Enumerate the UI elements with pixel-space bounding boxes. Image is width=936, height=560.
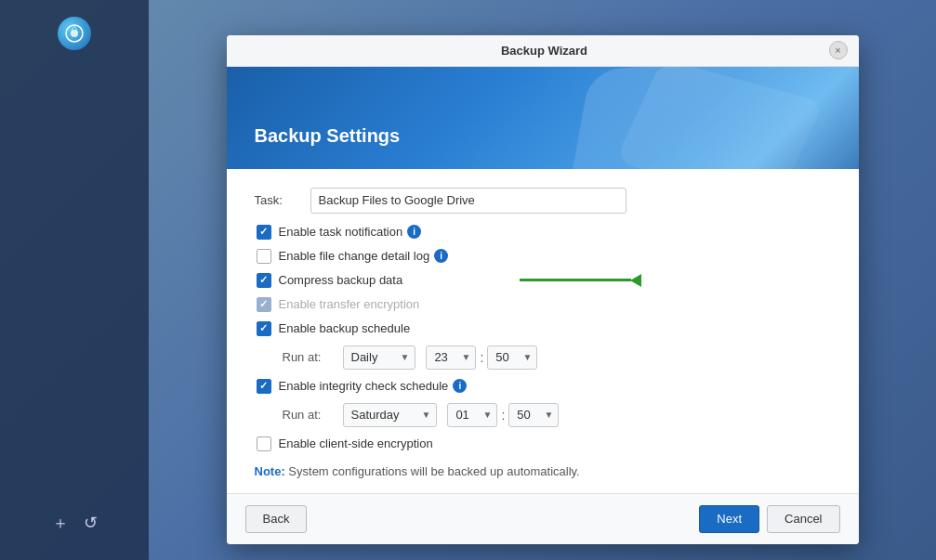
integrity-check-row: Enable integrity check schedule i <box>255 379 831 394</box>
backup-frequency-wrapper: Daily Weekly Monthly ▼ <box>343 345 415 370</box>
app-icon[interactable] <box>58 17 91 50</box>
client-encryption-row: Enable client-side encryption <box>255 436 831 451</box>
integrity-day-select[interactable]: Saturday Sunday Monday Tuesday Wednesday… <box>343 403 437 427</box>
integrity-minute-select[interactable]: 50 00 15 30 45 <box>508 403 559 427</box>
integrity-run-at-label: Run at: <box>283 408 343 422</box>
arrow-head <box>630 274 641 287</box>
integrity-minute-wrapper: 50 00 15 30 45 ▼ <box>508 403 559 427</box>
compress-backup-checkbox[interactable] <box>257 273 271 288</box>
file-change-log-row: Enable file change detail log i <box>255 249 831 264</box>
task-notification-info-icon[interactable]: i <box>407 225 421 239</box>
transfer-encryption-checkbox <box>257 297 271 312</box>
dialog-title: Backup Wizard <box>260 44 829 58</box>
backup-schedule-time-row: Run at: Daily Weekly Monthly ▼ 23 <box>255 345 831 370</box>
integrity-schedule-time-row: Run at: Saturday Sunday Monday Tuesday W… <box>255 403 831 427</box>
backup-hour-select[interactable]: 23 00 01 <box>426 345 476 370</box>
compress-backup-label: Compress backup data <box>279 273 403 287</box>
backup-minute-select[interactable]: 50 00 15 30 45 <box>487 345 537 370</box>
task-label: Task: <box>255 193 310 207</box>
dialog: Backup Wizard × Backup Settings Task: En… <box>227 35 859 544</box>
taskbar: ＋ ↺ <box>0 0 149 560</box>
backup-minute-wrapper: 50 00 15 30 45 ▼ <box>487 345 537 370</box>
history-button[interactable]: ↺ <box>84 513 98 533</box>
integrity-hour-wrapper: 01 00 02 ▼ <box>447 403 497 427</box>
dialog-titlebar: Backup Wizard × <box>227 35 859 67</box>
task-input[interactable] <box>310 188 626 214</box>
compress-backup-row: Compress backup data <box>255 273 831 288</box>
file-change-log-info-icon[interactable]: i <box>434 249 448 263</box>
backup-schedule-checkbox[interactable] <box>257 321 271 336</box>
note-row: Note: System configurations will be back… <box>255 464 831 478</box>
backup-frequency-select[interactable]: Daily Weekly Monthly <box>343 345 415 370</box>
integrity-check-label: Enable integrity check schedule <box>279 379 449 393</box>
desktop: ＋ ↺ Backup Wizard × Backup Settings Task… <box>0 0 936 560</box>
integrity-hour-select[interactable]: 01 00 02 <box>447 403 497 427</box>
integrity-day-wrapper: Saturday Sunday Monday Tuesday Wednesday… <box>343 403 437 427</box>
backup-schedule-label: Enable backup schedule <box>279 321 411 335</box>
integrity-check-info-icon[interactable]: i <box>453 379 467 393</box>
transfer-encryption-row: Enable transfer encryption <box>255 297 831 312</box>
cancel-button[interactable]: Cancel <box>767 505 839 533</box>
dialog-header: Backup Settings <box>227 67 859 169</box>
task-notification-checkbox[interactable] <box>257 225 271 240</box>
backup-hour-wrapper: 23 00 01 ▼ <box>426 345 476 370</box>
dialog-body: Task: Enable task notification i Enable … <box>227 169 859 493</box>
file-change-log-label: Enable file change detail log <box>279 249 430 263</box>
window: Backup Wizard × Backup Settings Task: En… <box>149 19 936 560</box>
client-encryption-label: Enable client-side encryption <box>279 436 433 450</box>
task-notification-row: Enable task notification i <box>255 225 831 240</box>
close-button[interactable]: × <box>829 41 848 59</box>
next-button[interactable]: Next <box>699 505 759 533</box>
transfer-encryption-label: Enable transfer encryption <box>279 297 420 311</box>
integrity-check-checkbox[interactable] <box>257 379 271 394</box>
task-notification-label: Enable task notification <box>279 225 403 239</box>
client-encryption-checkbox[interactable] <box>257 436 271 451</box>
backup-schedule-row: Enable backup schedule <box>255 321 831 336</box>
task-row: Task: <box>255 188 831 214</box>
backup-run-at-label: Run at: <box>283 350 343 364</box>
note-label: Note: <box>255 464 285 478</box>
note-text: System configurations will be backed up … <box>288 464 579 478</box>
green-arrow-annotation <box>520 274 641 287</box>
footer-right: Next Cancel <box>699 505 839 533</box>
file-change-log-checkbox[interactable] <box>257 249 271 264</box>
dialog-footer: Back Next Cancel <box>227 493 859 544</box>
add-button[interactable]: ＋ <box>52 512 69 534</box>
arrow-line <box>520 279 631 281</box>
header-title: Backup Settings <box>255 125 401 147</box>
back-button[interactable]: Back <box>245 505 308 533</box>
